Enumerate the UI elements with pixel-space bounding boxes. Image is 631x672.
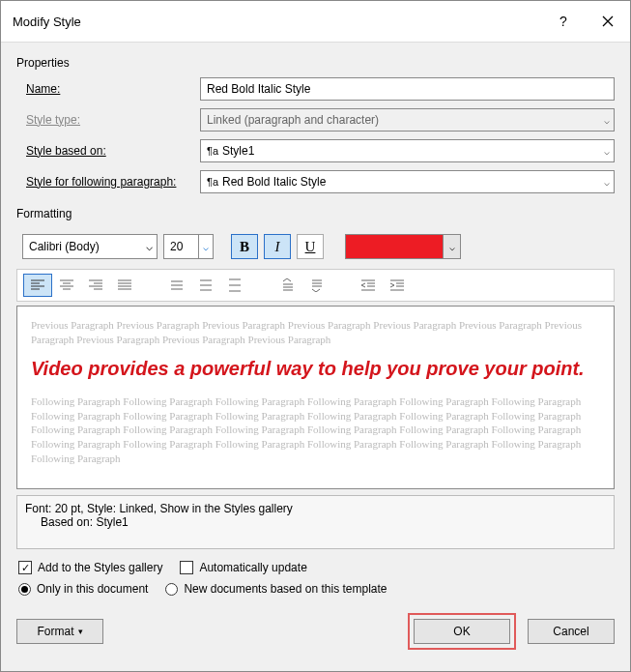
line-spacing-1-icon bbox=[169, 278, 185, 292]
options-group: ✓ Add to the Styles gallery Automaticall… bbox=[16, 561, 615, 603]
italic-button[interactable]: I bbox=[264, 234, 291, 259]
properties-label: Properties bbox=[16, 56, 615, 70]
modify-style-dialog: Modify Style ? Properties Name: Style ty… bbox=[0, 0, 631, 672]
style-description: Font: 20 pt, Style: Linked, Show in the … bbox=[16, 495, 615, 549]
chevron-down-icon: ⌵ bbox=[604, 115, 610, 126]
align-right-icon bbox=[88, 278, 103, 292]
based-on-label: Style based on: bbox=[16, 144, 200, 158]
space-before-icon bbox=[279, 278, 295, 292]
preview-previous-text: Previous Paragraph Previous Paragraph Pr… bbox=[31, 318, 600, 347]
preview-pane: Previous Paragraph Previous Paragraph Pr… bbox=[16, 306, 615, 489]
chevron-down-icon: ⌵ bbox=[604, 177, 610, 188]
align-left-button[interactable] bbox=[23, 274, 52, 297]
preview-following-text: Following Paragraph Following Paragraph … bbox=[31, 394, 600, 466]
close-icon bbox=[602, 15, 614, 27]
spacing-15-button[interactable] bbox=[191, 274, 220, 297]
checkbox-checked-icon: ✓ bbox=[18, 561, 32, 574]
indent-dec-button[interactable] bbox=[354, 274, 383, 297]
align-left-icon bbox=[30, 278, 45, 292]
line-spacing-2-icon bbox=[227, 278, 243, 292]
preview-sample-text: Video provides a powerful way to help yo… bbox=[31, 357, 600, 381]
following-combo[interactable]: ¶aRed Bold Italic Style ⌵ bbox=[200, 170, 615, 193]
radio-checked-icon bbox=[18, 583, 31, 596]
chevron-down-icon: ▾ bbox=[78, 627, 83, 636]
dialog-title: Modify Style bbox=[13, 15, 81, 29]
titlebar: Modify Style ? bbox=[1, 1, 630, 43]
formatting-toolbar: Calibri (Body) ⌵ 20 ⌵ B I U ⌵ bbox=[16, 234, 615, 259]
align-justify-icon bbox=[117, 278, 132, 292]
chevron-down-icon: ⌵ bbox=[604, 146, 610, 157]
paragraph-icon: ¶a bbox=[207, 145, 218, 157]
new-documents-radio[interactable]: New documents based on this template bbox=[165, 582, 387, 596]
following-label: Style for following paragraph: bbox=[16, 175, 200, 189]
align-right-button[interactable] bbox=[81, 274, 110, 297]
only-this-document-label: Only in this document bbox=[37, 582, 148, 596]
add-to-gallery-checkbox[interactable]: ✓ Add to the Styles gallery bbox=[18, 561, 162, 574]
description-line2: Based on: Style1 bbox=[25, 515, 606, 529]
help-button[interactable]: ? bbox=[541, 7, 586, 36]
font-combo[interactable]: Calibri (Body) ⌵ bbox=[22, 234, 158, 259]
chevron-down-icon: ⌵ bbox=[198, 235, 209, 258]
auto-update-label: Automatically update bbox=[199, 561, 306, 574]
cancel-button[interactable]: Cancel bbox=[528, 619, 615, 644]
align-center-button[interactable] bbox=[52, 274, 81, 297]
spacing-2-button[interactable] bbox=[220, 274, 249, 297]
line-spacing-15-icon bbox=[198, 278, 214, 292]
style-type-label: Style type: bbox=[16, 113, 200, 127]
titlebar-buttons: ? bbox=[541, 7, 630, 36]
auto-update-checkbox[interactable]: Automatically update bbox=[180, 561, 306, 574]
dialog-footer: Format ▾ OK Cancel bbox=[16, 613, 615, 650]
only-this-document-radio[interactable]: Only in this document bbox=[18, 582, 148, 596]
indent-decrease-icon bbox=[360, 278, 376, 292]
bold-button[interactable]: B bbox=[231, 234, 258, 259]
ok-button[interactable]: OK bbox=[414, 619, 510, 644]
underline-button[interactable]: U bbox=[297, 234, 324, 259]
formatting-label: Formatting bbox=[16, 207, 615, 220]
ok-highlight: OK bbox=[408, 613, 516, 650]
add-to-gallery-label: Add to the Styles gallery bbox=[38, 561, 162, 574]
font-size-combo[interactable]: 20 ⌵ bbox=[163, 234, 214, 259]
style-type-value: Linked (paragraph and character) bbox=[207, 113, 379, 127]
format-button[interactable]: Format ▾ bbox=[16, 619, 103, 644]
name-label: Name: bbox=[16, 82, 200, 96]
chevron-down-icon: ⌵ bbox=[443, 235, 460, 258]
radio-unchecked-icon bbox=[165, 583, 178, 596]
based-on-value: Style1 bbox=[222, 144, 254, 158]
font-size-value: 20 bbox=[170, 240, 183, 253]
paragraph-toolbar bbox=[16, 269, 615, 302]
spacing-1-button[interactable] bbox=[162, 274, 191, 297]
name-input[interactable] bbox=[200, 77, 615, 101]
dialog-content: Properties Name: Style type: Linked (par… bbox=[1, 43, 630, 671]
following-value: Red Bold Italic Style bbox=[222, 175, 326, 189]
indent-increase-icon bbox=[389, 278, 405, 292]
paragraph-icon: ¶a bbox=[207, 176, 218, 188]
align-center-icon bbox=[59, 278, 74, 292]
color-swatch bbox=[346, 235, 443, 258]
font-value: Calibri (Body) bbox=[29, 240, 100, 253]
space-after-icon bbox=[308, 278, 324, 292]
font-color-combo[interactable]: ⌵ bbox=[345, 234, 461, 259]
space-before-dec-button[interactable] bbox=[301, 274, 330, 297]
align-justify-button[interactable] bbox=[110, 274, 139, 297]
space-before-inc-button[interactable] bbox=[272, 274, 301, 297]
close-button[interactable] bbox=[586, 7, 630, 36]
style-type-combo: Linked (paragraph and character) ⌵ bbox=[200, 108, 615, 131]
checkbox-unchecked-icon bbox=[180, 561, 193, 574]
indent-inc-button[interactable] bbox=[383, 274, 412, 297]
new-documents-label: New documents based on this template bbox=[184, 582, 387, 596]
description-line1: Font: 20 pt, Style: Linked, Show in the … bbox=[25, 502, 606, 515]
based-on-combo[interactable]: ¶aStyle1 ⌵ bbox=[200, 139, 615, 162]
chevron-down-icon: ⌵ bbox=[146, 240, 153, 253]
